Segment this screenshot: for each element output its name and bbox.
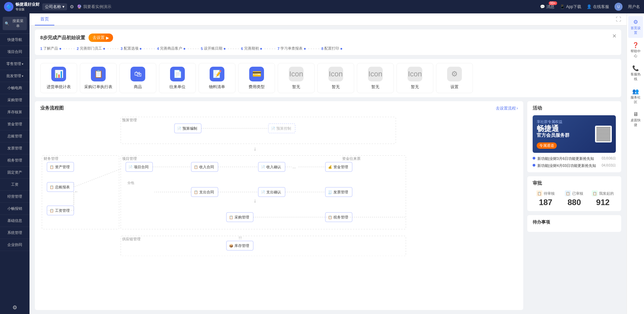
approval-card-0[interactable]: 📋 待审核 187: [533, 190, 558, 207]
right-sidebar-item-0[interactable]: ⚙ 首页设置: [628, 16, 643, 38]
icon-card-8[interactable]: Icon 暂无: [357, 63, 394, 93]
header-left: 🔷 畅捷通好业财 专业版 公司名称 ▾ ⚙ 🔮 我要看实例演示: [4, 2, 111, 12]
approval-icon: 📋: [592, 190, 598, 196]
qr-code: [595, 126, 612, 142]
svg-text:📄: 📄: [271, 126, 275, 131]
approval-card-2[interactable]: 📋 我发起的 912: [590, 190, 616, 207]
tab-expand-icon[interactable]: ⛶: [616, 16, 621, 22]
page-content: 8步完成产品初始设置 去设置 ▶ 1了解产品●- - - - -2完善部门员工●…: [30, 25, 627, 314]
icon-card-6[interactable]: Icon 暂无: [278, 63, 315, 93]
sidebar-item-1[interactable]: 项目合同: [0, 46, 30, 58]
icon-card-3[interactable]: 📄 往来单位: [159, 63, 196, 93]
sidebar-item-label: 小畅电商: [7, 86, 22, 90]
svg-text:预算控制: 预算控制: [276, 126, 291, 130]
sidebar-item-0[interactable]: 快捷导航: [0, 34, 30, 46]
sidebar-item-label: 固定资产: [7, 170, 22, 174]
sidebar-item-3[interactable]: 批发管理▾: [0, 70, 30, 82]
right-sidebar-item-3[interactable]: 👥 服务社区: [628, 85, 643, 107]
svg-rect-64: [121, 236, 406, 256]
sidebar-item-label: 系统管理: [7, 231, 22, 235]
icon-card-label: 设置: [450, 84, 459, 90]
right-sidebar-item-4[interactable]: 🖥 桌面快捷: [628, 109, 643, 130]
user-avatar[interactable]: U: [614, 3, 623, 11]
activity-panel: 活动 享社群专属权益 畅捷通 官方会员服务群 专属通道: [527, 101, 621, 172]
sidebar-item-17[interactable]: 企业协同: [0, 239, 30, 251]
dropdown-icon: ▾: [62, 4, 64, 9]
setup-banner-close[interactable]: ✕: [612, 33, 616, 39]
activity-banner-subtitle1: 享社群专属权益: [537, 119, 595, 124]
setup-banner: 8步完成产品初始设置 去设置 ▶ 1了解产品●- - - - -2完善部门员工●…: [35, 29, 621, 55]
sidebar-item-label: 税务管理: [7, 158, 22, 162]
right-sidebar-icon: ❓: [630, 42, 642, 48]
approval-title: 审批: [533, 180, 542, 186]
company-selector[interactable]: 公司名称 ▾: [42, 3, 67, 10]
icon-card-2[interactable]: 🛍 商品: [119, 63, 156, 93]
sidebar-item-8[interactable]: 总账管理: [0, 130, 30, 142]
sidebar-item-7[interactable]: 资金管理: [0, 118, 30, 130]
flow-settings-link[interactable]: 去设置流程 ›: [496, 106, 518, 111]
content-area: 首页 ⛶ 8步完成产品初始设置 去设置 ▶ 1了解产品●- - - - -2完善…: [30, 13, 627, 314]
icon-card-9[interactable]: Icon 暂无: [396, 63, 433, 93]
sidebar-item-2[interactable]: 零售管理▾: [0, 58, 30, 70]
flow-node-purchase: 📋 采购管理: [226, 212, 253, 222]
right-sidebar-item-1[interactable]: ❓ 帮助中心: [628, 39, 643, 61]
right-sidebar-icon: 📞: [630, 65, 642, 71]
icon-card-5[interactable]: 💳 费用类型: [238, 63, 275, 93]
sidebar-item-5[interactable]: 采购管理: [0, 94, 30, 106]
tab-bar: 首页 ⛶: [30, 13, 627, 25]
activity-banner: 享社群专属权益 畅捷通 官方会员服务群 专属通道: [533, 115, 616, 153]
sidebar: 🔍 搜索菜单 快捷导航项目合同零售管理▾批发管理▾小畅电商采购管理库存核算资金管…: [0, 13, 30, 314]
approval-card-1[interactable]: 📋 已审核 880: [561, 190, 587, 207]
sidebar-item-15[interactable]: 基础信息: [0, 215, 30, 227]
sidebar-item-12[interactable]: 工资: [0, 179, 30, 191]
approval-card-num: 880: [561, 198, 587, 207]
activity-content[interactable]: 新功能|业财4月03日功能更新抢先知: [537, 163, 600, 168]
sidebar-item-10[interactable]: 税务管理: [0, 154, 30, 167]
flow-node-budget-compile: 📄 预算编制: [174, 124, 201, 133]
approval-header: 审批: [533, 180, 616, 186]
messages-button[interactable]: 💬 消息 99+: [540, 4, 554, 10]
sidebar-item-6[interactable]: 库存核算: [0, 106, 30, 118]
svg-text:📄: 📄: [261, 190, 265, 194]
sidebar-item-4[interactable]: 小畅电商: [0, 82, 30, 94]
icon-card-0[interactable]: 📊 进货单统计表: [40, 63, 77, 93]
go-settings-button[interactable]: 去设置 ▶: [89, 34, 113, 42]
flow-node-budget-control: 📄 预算控制: [268, 124, 295, 133]
activity-content[interactable]: 新功能|业财3月6日功能更新抢先知: [537, 156, 600, 161]
setup-step-7: 8配置打印●: [321, 46, 342, 51]
header-settings-icon[interactable]: ⚙: [70, 4, 74, 9]
activity-title: 活动: [533, 105, 542, 111]
flow-diagram-svg: 预算管理 📄 预算编制 📄 预算控制: [40, 115, 392, 256]
activity-banner-btn[interactable]: 专属通道: [537, 142, 557, 149]
online-service-button[interactable]: 👤 在线客服: [587, 4, 609, 10]
svg-text:资金管理: 资金管理: [333, 165, 348, 169]
search-menu-button[interactable]: 🔍 搜索菜单: [3, 17, 27, 30]
sidebar-item-16[interactable]: 系统管理: [0, 227, 30, 239]
demo-link[interactable]: 🔮 我要看实例演示: [77, 4, 111, 10]
icon-card-1[interactable]: 📋 采购订单执行表: [80, 63, 117, 93]
right-sidebar-icon: ⚙: [630, 19, 642, 25]
tab-home[interactable]: 首页: [35, 13, 54, 25]
icon-card-10[interactable]: ⚙ 设置: [436, 63, 473, 93]
svg-text:📄: 📄: [261, 165, 265, 169]
app-download-button[interactable]: 📱 App下载: [560, 4, 581, 10]
svg-text:📋: 📋: [194, 190, 198, 194]
sidebar-settings-icon[interactable]: ⚙: [3, 304, 27, 311]
icon-card-label: 采购订单执行表: [84, 84, 112, 90]
setup-step-1: 2完善部门员工●- - - - -: [77, 46, 121, 51]
flow-node-income-contract: 📋 收入合同: [191, 162, 218, 172]
top-header: 🔷 畅捷通好业财 专业版 公司名称 ▾ ⚙ 🔮 我要看实例演示 💬 消息 99+…: [0, 0, 644, 13]
flow-node-inventory: 📦 库存管理: [226, 241, 253, 250]
sidebar-item-9[interactable]: 发票管理: [0, 142, 30, 154]
sidebar-item-14[interactable]: 小畅报销: [0, 203, 30, 215]
right-sidebar-label: 客服热线: [631, 72, 641, 81]
icon-card-7[interactable]: Icon 暂无: [317, 63, 354, 93]
approval-icon: 📋: [565, 190, 571, 196]
icon-card-4[interactable]: 📝 物料清单: [199, 63, 235, 93]
sidebar-item-13[interactable]: 经营管理: [0, 191, 30, 203]
step-divider: - - - - -: [144, 46, 155, 51]
sidebar-item-11[interactable]: 固定资产: [0, 167, 30, 179]
flow-diagram: 预算管理 📄 预算编制 📄 预算控制: [40, 115, 518, 256]
right-sidebar-item-2[interactable]: 📞 客服热线: [628, 62, 643, 84]
svg-text:↑: ↑: [238, 235, 240, 240]
